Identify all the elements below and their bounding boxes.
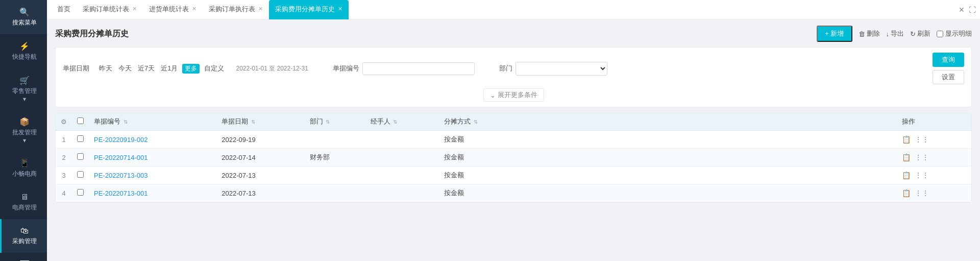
export-button[interactable]: ↓ 导出	[886, 29, 904, 38]
row-select-1[interactable]	[77, 153, 84, 160]
sidebar-item-purchase[interactable]: 🛍 采购管理	[0, 219, 47, 253]
show-columns-checkbox-label[interactable]: 显示明细	[937, 29, 972, 38]
search-menu-icon: 🔍	[6, 7, 43, 17]
expand-more-label: 展开更多条件	[498, 90, 537, 100]
delete-label: 删除	[867, 29, 880, 38]
row-actions-2: 📋 ⋮⋮	[897, 167, 971, 184]
shortcut-1month[interactable]: 近1月	[159, 63, 179, 74]
sort-doc-date-icon[interactable]: ⇅	[251, 119, 255, 125]
row-handler-1	[365, 149, 439, 167]
shortcut-7days[interactable]: 近7天	[136, 63, 156, 74]
tab-home[interactable]: 首页	[51, 0, 77, 19]
tab-purchase-order-exec-close[interactable]: ✕	[258, 6, 263, 12]
row-split-method-0: 按金额	[439, 131, 897, 149]
row-more-icon-0[interactable]: ⋮⋮	[915, 135, 929, 144]
delete-button[interactable]: 🗑 删除	[859, 29, 880, 38]
sidebar-item-wholesale[interactable]: 📦 批发管理 ▾	[0, 110, 47, 151]
tab-purchase-order-exec[interactable]: 采购订单执行表 ✕	[203, 0, 269, 19]
sidebar-item-wholesale-label: 批发管理	[6, 128, 43, 137]
row-num-3: 4	[56, 184, 72, 202]
doc-no-link-2[interactable]: PE-20220713-003	[94, 172, 148, 179]
filter-area: 单据日期 昨天 今天 近7天 近1月 更多 自定义 2022-01-01 至 2…	[55, 47, 972, 107]
tab-purchase-order-stats-close[interactable]: ✕	[132, 6, 137, 12]
filter-row: 单据日期 昨天 今天 近7天 近1月 更多 自定义 2022-01-01 至 2…	[63, 53, 964, 84]
tab-goods-in-stats-close[interactable]: ✕	[192, 6, 197, 12]
shortcut-yesterday[interactable]: 昨天	[97, 63, 114, 74]
row-edit-icon-0[interactable]: 📋	[902, 135, 911, 144]
sidebar-item-inventory[interactable]: 📊 库存核算	[0, 253, 47, 261]
tab-goods-in-stats-label: 进货单统计表	[149, 5, 189, 14]
doc-no-field: 单据编号	[333, 62, 475, 75]
dept-select[interactable]: 财务部	[516, 62, 607, 76]
expand-more-row: ⌄ 展开更多条件	[63, 88, 964, 102]
col-split-method: 分摊方式 ⇅	[439, 113, 897, 131]
doc-no-link-0[interactable]: PE-20220919-002	[94, 136, 148, 144]
doc-no-link-1[interactable]: PE-20220714-001	[94, 154, 148, 161]
select-all-checkbox[interactable]	[77, 117, 84, 124]
retail-icon: 🛒	[6, 76, 43, 85]
show-columns-checkbox[interactable]	[937, 31, 943, 37]
row-select-0[interactable]	[77, 135, 84, 142]
sort-split-method-icon[interactable]: ⇅	[474, 119, 478, 125]
query-button[interactable]: 查询	[933, 53, 964, 67]
maximize-window-icon[interactable]: ⛶	[969, 6, 976, 14]
tab-purchase-cost-split[interactable]: 采购费用分摊单历史 ✕	[269, 0, 349, 19]
row-more-icon-2[interactable]: ⋮⋮	[915, 171, 929, 179]
row-split-method-3: 按金额	[439, 184, 897, 202]
row-actions-3: 📋 ⋮⋮	[897, 184, 971, 202]
row-more-icon-3[interactable]: ⋮⋮	[915, 189, 929, 197]
quick-nav-icon: ⚡	[6, 41, 43, 51]
row-select-3[interactable]	[77, 189, 84, 196]
chevron-down-icon: ▾	[23, 137, 26, 144]
table-row: 1 PE-20220919-002 2022-09-19 按金额 📋 ⋮⋮	[56, 131, 971, 149]
row-doc-no-2: PE-20220713-003	[89, 167, 216, 184]
settings-button[interactable]: 设置	[933, 70, 964, 84]
tab-purchase-cost-split-close[interactable]: ✕	[338, 6, 342, 12]
toolbar-actions: + 新增 🗑 删除 ↓ 导出 ↻ 刷新 显示明细	[817, 26, 972, 42]
expand-more-button[interactable]: ⌄ 展开更多条件	[483, 88, 544, 102]
sidebar-item-quick-nav[interactable]: ⚡ 快捷导航	[0, 34, 47, 68]
row-handler-0	[365, 131, 439, 149]
row-doc-date-0: 2022-09-19	[216, 131, 304, 149]
sidebar-item-search-menu[interactable]: 🔍 搜索菜单	[0, 0, 47, 34]
add-button[interactable]: + 新增	[817, 26, 852, 42]
tab-goods-in-stats[interactable]: 进货单统计表 ✕	[143, 0, 203, 19]
row-doc-no-0: PE-20220919-002	[89, 131, 216, 149]
refresh-button[interactable]: ↻ 刷新	[910, 29, 930, 38]
page-header: 采购费用分摊单历史 + 新增 🗑 删除 ↓ 导出 ↻ 刷新 显示明细	[55, 26, 972, 42]
sidebar-item-ecom-label: 电商管理	[6, 203, 43, 212]
sidebar-item-mini-ecom[interactable]: 📱 小畅电商	[0, 151, 47, 185]
ecom-icon: 🖥	[6, 193, 43, 202]
doc-no-input[interactable]	[362, 62, 475, 75]
data-table-wrap: ⚙ 单据编号 ⇅ 单据日期 ⇅ 部门	[55, 112, 972, 203]
close-window-icon[interactable]: ✕	[959, 6, 965, 14]
tab-purchase-order-stats[interactable]: 采购订单统计表 ✕	[77, 0, 143, 19]
row-dept-2	[305, 167, 365, 184]
doc-no-link-3[interactable]: PE-20220713-001	[94, 189, 148, 197]
shortcut-custom[interactable]: 自定义	[203, 63, 226, 74]
sort-doc-no-icon[interactable]: ⇅	[124, 119, 128, 125]
sort-handler-icon[interactable]: ⇅	[393, 119, 397, 125]
sidebar-item-ecom[interactable]: 🖥 电商管理	[0, 185, 47, 219]
page-content: 采购费用分摊单历史 + 新增 🗑 删除 ↓ 导出 ↻ 刷新 显示明细	[47, 19, 980, 261]
sidebar: 🔍 搜索菜单 ⚡ 快捷导航 🛒 零售管理 ▾ 📦 批发管理 ▾ 📱 小畅电商 🖥…	[0, 0, 47, 261]
mini-ecom-icon: 📱	[6, 158, 43, 168]
row-select-2[interactable]	[77, 171, 84, 178]
shortcut-today[interactable]: 今天	[117, 63, 133, 74]
tab-purchase-order-stats-label: 采购订单统计表	[83, 5, 129, 14]
row-edit-icon-1[interactable]: 📋	[902, 153, 911, 161]
row-more-icon-1[interactable]: ⋮⋮	[915, 153, 929, 161]
sort-dept-icon[interactable]: ⇅	[326, 119, 330, 125]
row-dept-0	[305, 131, 365, 149]
shortcut-more[interactable]: 更多	[182, 64, 200, 74]
row-doc-no-1: PE-20220714-001	[89, 149, 216, 167]
row-edit-icon-3[interactable]: 📋	[902, 189, 911, 197]
tab-bar: 首页 采购订单统计表 ✕ 进货单统计表 ✕ 采购订单执行表 ✕ 采购费用分摊单历…	[47, 0, 980, 19]
row-split-method-1: 按金额	[439, 149, 897, 167]
sidebar-item-retail[interactable]: 🛒 零售管理 ▾	[0, 68, 47, 110]
col-settings[interactable]: ⚙	[56, 113, 72, 131]
main-area: 首页 采购订单统计表 ✕ 进货单统计表 ✕ 采购订单执行表 ✕ 采购费用分摊单历…	[47, 0, 980, 261]
table-row: 2 PE-20220714-001 2022-07-14 财务部 按金额 📋 ⋮…	[56, 149, 971, 167]
row-edit-icon-2[interactable]: 📋	[902, 171, 911, 179]
col-handler: 经手人 ⇅	[365, 113, 439, 131]
